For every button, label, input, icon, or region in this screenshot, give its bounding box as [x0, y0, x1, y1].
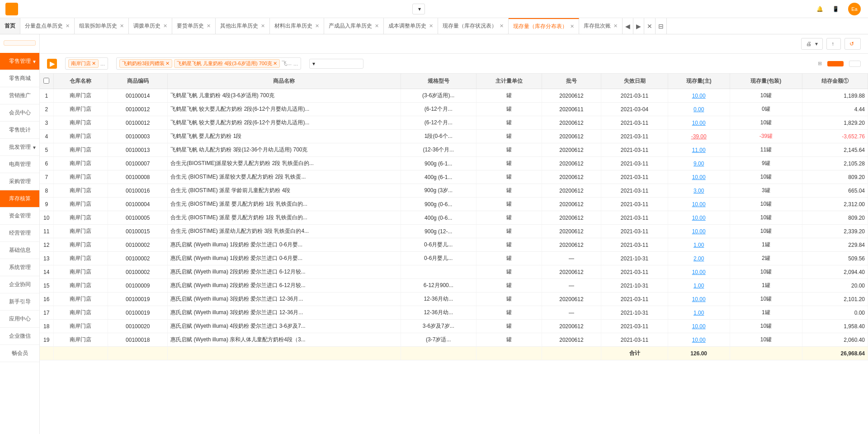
tab-kcfb-close[interactable]: ✕ — [570, 24, 574, 29]
sidebar-item-retail-mall[interactable]: 零售商城 — [0, 70, 39, 87]
cell-qty[interactable]: 1.00 — [668, 279, 730, 292]
tab-kczh[interactable]: 库存批次账 ✕ — [579, 18, 623, 34]
cell-qty[interactable]: 10.00 — [668, 292, 730, 306]
sidebar-item-retail-stat[interactable]: 零售统计 — [0, 122, 39, 139]
cell-qty[interactable]: 1.00 — [668, 238, 730, 252]
product-tag-2-close[interactable]: ✕ — [273, 61, 277, 66]
cell-qty[interactable]: 10.00 — [668, 89, 730, 103]
cell-qty[interactable]: 9.00 — [668, 157, 730, 170]
tab-ccrk[interactable]: 产成品入库单历史 ✕ — [324, 18, 384, 34]
sidebar-item-inventory[interactable]: 库存核算 — [0, 190, 39, 208]
sidebar-item-retail-mgmt[interactable]: 零售管理 ▼ — [0, 53, 39, 70]
product-tag-2[interactable]: 飞鹤星飞帆 儿童奶粉 4段(3-6岁适用) 700克 ✕ — [174, 59, 280, 68]
cell-qty[interactable]: 10.00 — [668, 320, 730, 333]
warehouse-tag-close[interactable]: ✕ — [92, 61, 96, 66]
cell-pkg-qty: 9罐 — [730, 157, 802, 170]
tab-kczt-close[interactable]: ✕ — [500, 23, 504, 29]
tab-prev-btn[interactable]: ◀ — [623, 18, 633, 34]
filter-toggle-btn[interactable]: ▶ — [47, 59, 57, 69]
tab-kcfb[interactable]: 现存量（库存分布表） ✕ — [509, 18, 579, 34]
cell-warehouse: 南岸门店 — [53, 89, 108, 103]
cell-amount: 809.20 — [802, 211, 868, 225]
sidebar-item-wxwork[interactable]: 企业微信 — [0, 328, 39, 345]
product-tag-1-label: 飞鹤奶粉3段丙赠装 — [122, 60, 165, 67]
messages-btn[interactable]: 🔔 — [816, 6, 825, 12]
tab-diaob[interactable]: 调拨单历史 ✕ — [129, 18, 172, 34]
product-tag-1-close[interactable]: ✕ — [165, 61, 170, 66]
sidebar-item-wholesale[interactable]: 批发管理 ▼ — [0, 139, 39, 156]
export-btn[interactable]: ↑ — [826, 38, 841, 50]
cell-code: 00100012 — [108, 116, 168, 130]
cell-qty[interactable]: 11.00 — [668, 143, 730, 157]
tab-menu-btn[interactable]: ⊟ — [656, 18, 667, 34]
tab-qtck-close[interactable]: ✕ — [261, 23, 265, 29]
cell-no: 10 — [40, 211, 53, 225]
query-btn[interactable] — [827, 61, 844, 66]
tab-zuhe[interactable]: 组装拆卸单历史 ✕ — [75, 18, 129, 34]
search-menu-btn[interactable] — [4, 40, 36, 46]
tab-clck[interactable]: 材料出库单历史 ✕ — [270, 18, 324, 34]
sidebar-item-ecommerce[interactable]: 电商管理 — [0, 156, 39, 173]
tab-fenpan-close[interactable]: ✕ — [66, 23, 70, 29]
cell-expire: 2021-10-31 — [601, 252, 668, 265]
tab-yaohuo[interactable]: 要货单历史 ✕ — [172, 18, 216, 34]
cell-expire: 2021-03-11 — [601, 238, 668, 252]
tab-cbtz-close[interactable]: ✕ — [429, 23, 433, 29]
tab-ccrk-close[interactable]: ✕ — [375, 23, 379, 29]
warehouse-tag-area[interactable]: 南岸门店 ✕ ... — [65, 57, 108, 70]
sidebar-item-enterprise[interactable]: 企业协同 — [0, 276, 39, 293]
tab-clck-close[interactable]: ✕ — [315, 23, 319, 29]
cell-qty[interactable]: 10.00 — [668, 198, 730, 211]
setting-btn[interactable] — [849, 61, 861, 67]
tab-qtck[interactable]: 其他出库单历史 ✕ — [216, 18, 270, 34]
product-tag-1[interactable]: 飞鹤奶粉3段丙赠装 ✕ — [119, 59, 172, 68]
sidebar-item-member2[interactable]: 畅会员 — [0, 345, 39, 362]
account-selector[interactable]: ▾ — [412, 4, 425, 14]
print-btn[interactable]: 🖨 ▾ — [801, 38, 823, 50]
tab-next-btn[interactable]: ▶ — [633, 18, 644, 34]
warehouse-tag-nanshore[interactable]: 南岸门店 ✕ — [68, 59, 99, 68]
sidebar-item-finance[interactable]: 资金管理 — [0, 208, 39, 225]
color-input-area[interactable]: ▾ — [309, 59, 363, 69]
tab-diaob-close[interactable]: ✕ — [163, 23, 167, 29]
product-tag-area[interactable]: 飞鹤奶粉3段丙赠装 ✕ 飞鹤星飞帆 儿童奶粉 4段(3-6岁适用) 700克 ✕… — [116, 57, 301, 70]
cell-qty[interactable]: 10.00 — [668, 265, 730, 279]
cell-amount: 2,060.40 — [802, 333, 868, 347]
cell-qty[interactable]: 3.00 — [668, 184, 730, 198]
cell-no: 5 — [40, 143, 53, 157]
tab-kczt[interactable]: 现存量（库存状况表） ✕ — [438, 18, 509, 34]
cell-qty[interactable]: 10.00 — [668, 225, 730, 238]
cell-qty[interactable]: 10.00 — [668, 333, 730, 347]
cell-qty[interactable]: 10.00 — [668, 211, 730, 225]
refresh-btn[interactable]: ↺ — [844, 38, 861, 50]
sidebar-item-purchase[interactable]: 采购管理 — [0, 173, 39, 190]
tab-close-all-btn[interactable]: ✕ — [644, 18, 656, 34]
content-area: 🖨 ▾ ↑ ↺ ▶ 南岸门 — [40, 34, 868, 434]
sidebar-item-guide[interactable]: 新手引导 — [0, 293, 39, 311]
expand-more-btn[interactable]: ⊞ — [818, 61, 822, 66]
tab-zuhe-close[interactable]: ✕ — [120, 23, 124, 29]
sidebar-item-system[interactable]: 系统管理 — [0, 259, 39, 276]
cell-qty[interactable]: 0.00 — [668, 103, 730, 116]
sidebar-item-basic[interactable]: 基础信息 — [0, 242, 39, 259]
col-pkg: 现存量(包装) — [730, 74, 802, 89]
sidebar-item-operation[interactable]: 经营管理 — [0, 225, 39, 242]
tab-yaohuo-close[interactable]: ✕ — [207, 23, 211, 29]
cell-qty[interactable]: 2.00 — [668, 252, 730, 265]
cell-warehouse: 南岸门店 — [53, 238, 108, 252]
cell-warehouse: 南岸门店 — [53, 198, 108, 211]
select-all-checkbox[interactable] — [43, 78, 49, 84]
tab-home[interactable]: 首页 — [0, 18, 20, 34]
app-download-btn[interactable]: 📱 — [832, 6, 841, 12]
user-area[interactable]: Ea — [848, 3, 863, 15]
cell-qty[interactable]: -39.00 — [668, 130, 730, 143]
tab-fenpan[interactable]: 分量盘点单历史 ✕ — [20, 18, 75, 34]
sidebar-item-member[interactable]: 会员中心 — [0, 104, 39, 122]
tab-kczh-close[interactable]: ✕ — [613, 23, 618, 29]
cell-qty[interactable]: 10.00 — [668, 116, 730, 130]
tab-cbtz[interactable]: 成本调整单历史 ✕ — [384, 18, 438, 34]
cell-qty[interactable]: 10.00 — [668, 170, 730, 184]
cell-qty[interactable]: 1.00 — [668, 306, 730, 320]
sidebar-item-appcenter[interactable]: 应用中心 — [0, 311, 39, 328]
sidebar-item-marketing[interactable]: 营销推广 — [0, 87, 39, 104]
